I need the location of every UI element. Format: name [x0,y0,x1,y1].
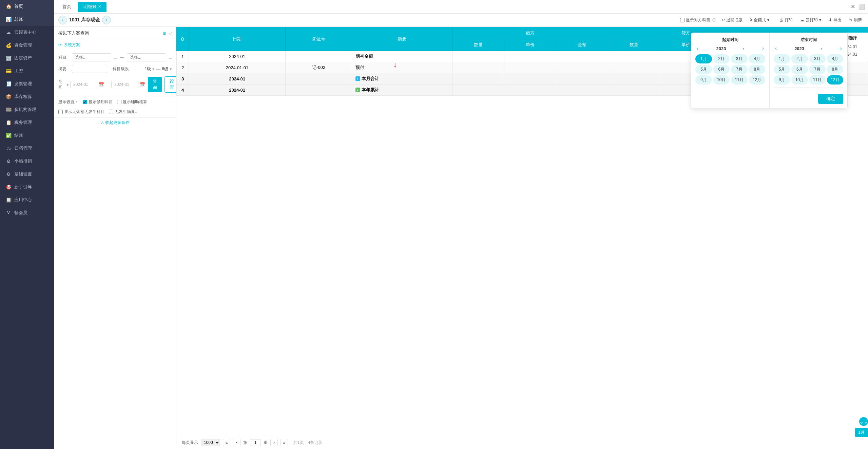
start-month-btn[interactable]: 12月 [749,75,766,85]
end-month-btn[interactable]: 10月 [791,75,808,85]
start-month-btn[interactable]: 9月 [695,75,712,85]
start-month-btn[interactable]: 4月 [749,54,766,63]
calendar-end-icon[interactable]: 📅 [140,82,145,87]
sidebar-item-appcenter[interactable]: 🔲 应用中心 [0,193,54,206]
sidebar-item-funds[interactable]: 💰 资金管理 [0,39,54,52]
gear-settings-icon[interactable]: ⚙ [162,31,167,36]
check-no-occur[interactable]: 无发生额显... [109,109,138,115]
start-month-btn[interactable]: 1月 [695,54,712,63]
export-btn[interactable]: ⬇ 导出 [827,16,844,24]
window-maximize-btn[interactable]: ⬜ [859,3,865,10]
end-month-btn[interactable]: 11月 [809,75,826,85]
tab-detail[interactable]: 明细账 ✕ [78,2,107,12]
end-month-btn[interactable]: 7月 [809,65,826,74]
sidebar-item-reports[interactable]: ☁ 云报表中心 [0,26,54,39]
end-month-btn[interactable]: 3月 [809,54,826,63]
sidebar-item-payroll[interactable]: 💳 工资 [0,64,54,77]
start-month-btn[interactable]: 8月 [749,65,766,74]
dp-end-title: 结束时间 [774,37,843,43]
start-month-btn[interactable]: 11月 [731,75,748,85]
sidebar-item-expense[interactable]: ⚙ 小畅报销 [0,155,54,168]
return-old-version-btn[interactable]: ↩ 退回旧版 [719,16,745,24]
sidebar-item-guide[interactable]: 🎯 新手引导 [0,181,54,193]
sidebar-item-settle[interactable]: ✅ 结账 [0,129,54,142]
sidebar-item-home[interactable]: 🏠 首页 [0,0,54,13]
sidebar-item-inventory[interactable]: 📦 库存核算 [0,90,54,103]
start-month-btn[interactable]: 6月 [713,65,730,74]
level-dropdown1[interactable]: ▾ [152,67,155,72]
refresh-btn[interactable]: ↻ 刷新 [847,16,864,24]
print-btn[interactable]: 🖨 打印 [777,16,795,24]
nav-forward-btn[interactable]: › [102,16,111,24]
dp-start-year-dropdown[interactable]: ▾ [742,46,745,51]
dp-end-next-btn[interactable]: › [839,45,843,52]
scheme-item[interactable]: ⟳ 系统方案 [54,40,176,50]
sidebar-item-assets[interactable]: 🏢 固定资产 [0,52,54,64]
per-page-select[interactable]: 1000 500 200 [201,439,220,446]
sidebar-item-invoice[interactable]: 🧾 发票管理 [0,77,54,90]
abstract-input[interactable] [72,65,107,73]
set-btn[interactable]: 设置 [165,76,176,93]
dp-end-prev-btn[interactable]: ‹ [774,45,778,52]
dp-start-next-btn[interactable]: › [761,45,765,52]
show-counterpart-check[interactable]: 显示对方科目 ⓘ [680,17,716,23]
end-month-btn[interactable]: 4月 [827,54,843,63]
collapse-btn[interactable]: ∧ 收起更多条件 [54,117,176,128]
end-month-btn[interactable]: 12月 [827,75,843,85]
expand-icon[interactable]: ⌄⌄ [859,417,868,426]
end-month-btn[interactable]: 9月 [774,75,790,85]
col-settings[interactable]: ⚙ [177,27,189,51]
tab-home[interactable]: 首页 [57,2,77,12]
cloud-print-btn[interactable]: ☁ 云打印 ▾ [798,16,823,24]
end-month-btn[interactable]: 6月 [791,65,808,74]
tab-close-icon[interactable]: ✕ [98,4,101,9]
start-month-btn[interactable]: 10月 [713,75,730,85]
check-no-balance[interactable]: 显示无余额无发生科目 [58,109,105,115]
prev-page-btn[interactable]: ‹ [233,439,240,446]
currency-format-btn[interactable]: ¥ 金额式 ▾ | [748,16,774,24]
export-icon: ⬇ [829,18,832,22]
sidebar-item-multiorg[interactable]: 🏬 多机构管理 [0,103,54,116]
query-btn[interactable]: 查询 [148,77,162,92]
jan-badge[interactable]: 1月 [855,428,868,437]
window-close-btn[interactable]: ✕ [851,3,855,10]
current-page-input[interactable] [250,439,261,446]
subject-start-input[interactable] [72,53,111,61]
check-auxiliary[interactable]: 显示辅助核算 [117,99,147,105]
sidebar-item-tax[interactable]: 📋 税务管理 [0,116,54,129]
period-end-input[interactable] [111,81,138,88]
dp-confirm-btn[interactable]: 确定 [818,94,843,104]
end-month-btn[interactable]: 1月 [774,54,790,63]
start-month-btn[interactable]: 3月 [731,54,748,63]
dp-end-year[interactable]: 2023 [794,46,804,51]
start-month-btn[interactable]: 2月 [713,54,730,63]
sidebar-item-label: 总账 [14,16,23,22]
sidebar-item-member[interactable]: V 畅会员 [0,206,54,219]
dp-end-year-dropdown[interactable]: ▾ [821,46,823,51]
level-dropdown2[interactable]: ▾ [170,67,172,72]
subject-end-input[interactable] [127,53,166,61]
calendar-start-icon[interactable]: 📅 [99,82,104,87]
dp-start-prev-btn[interactable]: ‹ [695,45,700,52]
sidebar-item-archive[interactable]: 🗂 归档管理 [0,142,54,155]
next-page-btn[interactable]: › [270,439,278,446]
nav-back-btn[interactable]: ‹ [58,16,67,24]
subject-dots2: ... [169,55,172,59]
col-debit-amt: 金额 [556,39,608,51]
refresh-icon: ↻ [849,18,852,22]
sidebar: 🏠 首页 📊 总账 ☁ 云报表中心 💰 资金管理 🏢 固定资产 💳 工资 🧾 发… [0,0,54,449]
sidebar-item-ledger[interactable]: 📊 总账 [0,13,54,26]
check-disabled-subject[interactable]: 显示禁用科目 [83,99,113,105]
start-month-btn[interactable]: 5月 [695,65,712,74]
period-start-input[interactable] [70,81,97,88]
end-month-btn[interactable]: 2月 [791,54,808,63]
sidebar-item-basic[interactable]: ⚙ 基础设置 [0,168,54,181]
dp-start-year[interactable]: 2023 [716,46,726,51]
end-month-btn[interactable]: 5月 [774,65,790,74]
last-page-btn[interactable]: » [281,439,288,446]
collapse-panel-icon[interactable]: ◁ [169,31,172,36]
period-dropdown-icon[interactable]: ▾ [66,82,69,87]
end-month-btn[interactable]: 8月 [827,65,843,74]
first-page-btn[interactable]: « [223,439,230,446]
start-month-btn[interactable]: 7月 [731,65,748,74]
